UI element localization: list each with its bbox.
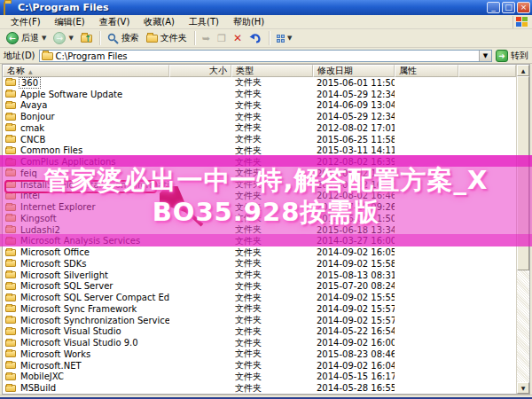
folder-icon bbox=[5, 215, 16, 222]
file-date: 2015-06-01 11:50 bbox=[313, 214, 395, 223]
minimize-button[interactable]: _ bbox=[487, 2, 500, 13]
move-to-button[interactable]: ➥ bbox=[200, 32, 213, 45]
file-row[interactable]: cmak 文件夹 2012-08-02 17:01 bbox=[3, 122, 516, 134]
delete-button[interactable]: ✕ bbox=[231, 31, 245, 45]
folder-icon bbox=[5, 113, 16, 121]
file-row[interactable]: Microsoft Works 文件夹 2015-08-23 08:46 bbox=[3, 348, 516, 360]
column-header-name[interactable]: 名称▲ bbox=[3, 65, 169, 77]
file-type: 文件夹 bbox=[231, 382, 313, 394]
file-row[interactable]: Microsoft SQL Server 文件夹 2015-07-20 08:2… bbox=[3, 281, 516, 293]
file-row[interactable]: 360 文件夹 2015-06-01 11:50 bbox=[3, 77, 516, 89]
folder-icon bbox=[5, 204, 16, 211]
folder-icon bbox=[5, 147, 16, 154]
file-row[interactable]: MobileJXC 文件夹 2014-05-15 16:17 bbox=[3, 372, 516, 383]
up-button[interactable]: ↑ bbox=[78, 34, 95, 43]
file-date: 2014-05-22 16:54 bbox=[313, 326, 395, 336]
file-row[interactable]: Avaya 文件夹 2014-06-09 13:04 bbox=[3, 100, 516, 112]
back-button[interactable]: ← 后退 ▼ bbox=[4, 31, 49, 45]
address-input[interactable]: C:\Program Files ▼ bbox=[39, 50, 492, 62]
folder-icon bbox=[5, 328, 16, 335]
column-header-date[interactable]: 修改日期 bbox=[313, 65, 395, 77]
file-row[interactable]: CNCB 文件夹 2015-06-25 11:58 bbox=[3, 134, 516, 145]
file-row[interactable]: Microsoft.NET 文件夹 2014-09-02 16:04 bbox=[3, 360, 516, 372]
file-row[interactable]: ComPlus Applications 文件夹 2012-08-02 16:3… bbox=[3, 156, 516, 168]
undo-icon bbox=[249, 33, 262, 43]
file-date: 2014-06-09 13:04 bbox=[313, 100, 395, 110]
folder-icon bbox=[5, 249, 16, 256]
address-folder-icon bbox=[42, 52, 53, 60]
column-header-row: 名称▲ 大小 类型 修改日期 属性 bbox=[3, 65, 516, 77]
menu-tools[interactable]: 工具(T) bbox=[182, 15, 226, 29]
undo-button[interactable] bbox=[246, 32, 264, 44]
scroll-down-button[interactable]: ▼ bbox=[517, 382, 529, 394]
file-row[interactable]: Microsoft Analysis Services 文件夹 2014-03-… bbox=[3, 236, 516, 247]
column-header-size[interactable]: 大小 bbox=[169, 65, 231, 77]
file-row[interactable]: Microsoft Sync Framework 文件夹 2014-09-02 … bbox=[3, 303, 516, 315]
file-date: 2012-08-02 16:40 bbox=[313, 180, 395, 190]
views-caret-icon: ▼ bbox=[287, 35, 292, 42]
file-date: 2014-09-02 15:57 bbox=[313, 316, 395, 325]
views-button[interactable]: ▼ bbox=[274, 34, 294, 43]
file-row[interactable]: Microsoft Visual Studio 文件夹 2014-05-22 1… bbox=[3, 326, 516, 338]
folder-icon bbox=[5, 169, 16, 176]
menu-view[interactable]: 查看(V) bbox=[92, 15, 137, 29]
menu-edit[interactable]: 编辑(E) bbox=[48, 15, 92, 29]
folder-icon bbox=[5, 317, 16, 324]
file-name: 360 bbox=[19, 77, 41, 89]
scrollbar-thumb[interactable] bbox=[517, 76, 529, 270]
copy-to-button[interactable]: ❐ bbox=[215, 32, 229, 45]
window-title: C:\Program Files bbox=[18, 2, 487, 13]
forward-caret-icon: ▼ bbox=[68, 35, 73, 42]
search-button[interactable]: 搜索 bbox=[105, 31, 142, 45]
file-row[interactable]: Microsoft Synchronization Services 文件夹 2… bbox=[3, 315, 516, 326]
folder-icon bbox=[5, 238, 16, 245]
file-row[interactable]: Microsoft SQL Server Compact Edition 文件夹… bbox=[3, 292, 516, 303]
maximize-button[interactable]: □ bbox=[502, 2, 515, 13]
folder-icon bbox=[5, 181, 16, 188]
file-row[interactable]: MSBuild 文件夹 2014-05-28 16:55 bbox=[3, 382, 516, 394]
vertical-scrollbar[interactable]: ▲ ▼ bbox=[516, 65, 529, 394]
file-row[interactable]: Internet Explorer 文件夹 2015-07-16 09:26 bbox=[3, 201, 516, 213]
sort-asc-icon: ▲ bbox=[28, 68, 33, 74]
file-row[interactable]: Apple Software Update 文件夹 2014-05-29 12:… bbox=[3, 89, 516, 100]
column-header-filler bbox=[458, 65, 516, 77]
file-row[interactable]: feiq 文件夹 2014-08-02 15:51 bbox=[3, 168, 516, 179]
folder-icon bbox=[5, 294, 16, 301]
forward-button[interactable]: → ▼ bbox=[51, 31, 75, 45]
folder-icon bbox=[5, 136, 16, 143]
window-folder-icon bbox=[4, 3, 15, 12]
file-row[interactable]: Intel 文件夹 2012-08-02 16:46 bbox=[3, 191, 516, 202]
file-name: Microsoft Analysis Services bbox=[19, 236, 142, 246]
column-header-attr[interactable]: 属性 bbox=[395, 65, 458, 77]
scroll-up-button[interactable]: ▲ bbox=[517, 65, 529, 76]
file-row[interactable]: Microsoft Office 文件夹 2014-09-02 16:05 bbox=[3, 246, 516, 258]
menu-favorites[interactable]: 收藏(A) bbox=[137, 15, 182, 29]
folder-icon bbox=[5, 271, 16, 278]
file-row[interactable]: Microsoft Silverlight 文件夹 2015-08-13 08:… bbox=[3, 270, 516, 281]
folders-button[interactable]: 文件夹 bbox=[144, 31, 190, 45]
file-date: 2015-08-13 08:31 bbox=[313, 270, 395, 280]
go-button[interactable]: ➜ 转到 bbox=[496, 50, 528, 62]
menu-help[interactable]: 帮助(H) bbox=[226, 15, 271, 29]
menu-file[interactable]: 文件(F) bbox=[4, 15, 48, 29]
file-row[interactable]: Ludashi2 文件夹 2015-06-18 13:34 bbox=[3, 224, 516, 236]
address-value: C:\Program Files bbox=[56, 51, 476, 61]
views-icon bbox=[277, 35, 285, 43]
column-header-type[interactable]: 类型 bbox=[231, 65, 313, 77]
file-date: 2014-09-02 15:57 bbox=[313, 304, 395, 314]
file-row[interactable]: Bonjour 文件夹 2014-05-29 12:34 bbox=[3, 111, 516, 122]
close-button[interactable]: × bbox=[517, 2, 530, 13]
folders-icon bbox=[146, 35, 158, 43]
file-name: Common Files bbox=[19, 145, 84, 155]
file-date: 2014-09-02 15:55 bbox=[313, 293, 395, 302]
address-dropdown-button[interactable]: ▼ bbox=[479, 51, 491, 61]
file-date: 2014-05-29 12:34 bbox=[313, 90, 395, 99]
file-row[interactable]: Kingsoft 文件夹 2015-06-01 11:50 bbox=[3, 213, 516, 224]
file-name: Bonjour bbox=[19, 112, 57, 121]
file-row[interactable]: InstallShield Installation Information 文… bbox=[3, 179, 516, 191]
file-row[interactable]: Microsoft SDKs 文件夹 2014-09-02 15:58 bbox=[3, 258, 516, 270]
file-row[interactable]: Microsoft Visual Studio 9.0 文件夹 2014-09-… bbox=[3, 337, 516, 348]
address-label: 地址(D) bbox=[4, 50, 35, 62]
file-row[interactable]: Common Files 文件夹 2015-03-11 14:11 bbox=[3, 145, 516, 157]
folder-icon bbox=[5, 305, 16, 312]
